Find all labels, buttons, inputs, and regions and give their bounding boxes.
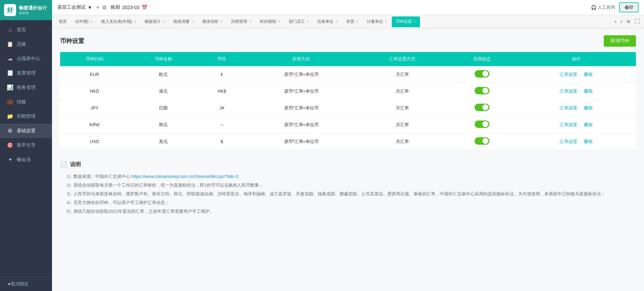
rate-setting-link[interactable]: 汇率设置 xyxy=(560,72,577,77)
sidebar-item-ledger[interactable]: 📋 总账 xyxy=(0,37,52,51)
tab-close-icon[interactable]: × xyxy=(91,20,93,23)
tab-close-icon[interactable]: × xyxy=(385,20,387,23)
tab-label: 往来单位 xyxy=(317,19,333,25)
enable-toggle[interactable] xyxy=(475,104,489,111)
tab-close-icon[interactable]: × xyxy=(249,20,251,23)
delete-link[interactable]: 删除 xyxy=(584,72,593,77)
currency-code: JPY xyxy=(60,100,129,116)
logo-text-block: 畅捷通好会计 旗舰版 xyxy=(19,5,47,15)
tab-expand-btn[interactable]: ⛶ xyxy=(633,18,641,26)
tab-[interactable]: 税表清册× xyxy=(169,16,198,27)
tab-close-icon[interactable]: × xyxy=(134,20,136,23)
tab-[interactable]: 期末结转× xyxy=(198,16,226,27)
tab-nav: ‹ › ✕ ⛶ xyxy=(613,18,641,26)
sidebar-item-settle[interactable]: 💼 结账 xyxy=(0,95,52,109)
user-role-btn[interactable]: 会计 xyxy=(619,2,639,12)
delete-link[interactable]: 删除 xyxy=(584,139,593,144)
sidebar: 好 畅捷通好会计 旗舰版 ⌂ 首页📋 总账☁ 云报表中心🧾 发票管理📊 税务管理… xyxy=(0,0,52,291)
delete-link[interactable]: 删除 xyxy=(584,89,593,94)
row-actions: 汇率设置 删除 xyxy=(516,133,636,150)
calendar-icon[interactable]: 📅 xyxy=(142,5,147,10)
tab-[interactable]: 计量单位× xyxy=(363,16,391,27)
tab-label: 收入支出表(年报) xyxy=(101,19,132,25)
new-currency-btn[interactable]: 新增币种 xyxy=(604,35,636,47)
tab-prev-btn[interactable]: ‹ xyxy=(613,18,618,26)
enable-toggle[interactable] xyxy=(475,137,489,145)
tab-[interactable]: 存货× xyxy=(342,16,362,27)
tab-close-icon[interactable]: × xyxy=(307,20,309,23)
tab-close-icon[interactable]: × xyxy=(220,20,222,23)
sidebar-label-reports: 云报表中心 xyxy=(17,56,40,62)
currency-name: 美元 xyxy=(129,133,198,150)
sidebar-label-ledger: 总账 xyxy=(17,41,26,47)
rate-setting-link[interactable]: 汇率设置 xyxy=(560,122,577,127)
notes-link[interactable]: https://www.chinamoney.com.cn/chinese/bk… xyxy=(131,174,238,179)
tab-close-icon[interactable]: × xyxy=(356,20,358,23)
sidebar-item-settings[interactable]: ⚙ 基础设置 xyxy=(0,124,52,138)
sidebar-item-home[interactable]: ⌂ 首页 xyxy=(0,23,52,37)
company-dropdown-icon[interactable]: ▼ xyxy=(88,5,92,10)
logo-icon: 好 xyxy=(4,4,16,16)
reports-icon: ☁ xyxy=(7,55,13,62)
page-content: 币种设置 新增币种 币种代码币种名称币符折算方式汇率设置方式启用状态操作 EUR… xyxy=(52,29,644,291)
currency-code: USD xyxy=(60,133,129,150)
tab-[interactable]: £(中期)× xyxy=(71,16,97,27)
rate-type: 月汇率 xyxy=(357,116,447,133)
sidebar-pin-toggle[interactable]: ◄取消固定 xyxy=(0,277,52,291)
settings-icon[interactable]: ⚙ xyxy=(102,4,107,11)
rate-setting-link[interactable]: 汇率设置 xyxy=(560,139,577,144)
tab-label: 存货 xyxy=(346,19,354,25)
notes-item-4: 4）无官方牌价的币种，可以用户手工维护汇率信息； xyxy=(60,198,636,207)
tab-[interactable]: 部门员工× xyxy=(285,16,313,27)
enable-toggle[interactable] xyxy=(475,87,489,94)
help-btn[interactable]: 🎧 人工咨询 xyxy=(591,4,615,10)
sidebar-item-guide[interactable]: 🎯 新手引导 xyxy=(0,138,52,152)
sidebar-item-invoice[interactable]: 🧾 发票管理 xyxy=(0,66,52,80)
delete-link[interactable]: 删除 xyxy=(584,122,593,127)
company-selector[interactable]: 基层工会测试 ▼ xyxy=(57,4,92,10)
enable-toggle[interactable] xyxy=(475,120,489,128)
sidebar-item-archive[interactable]: 📁 归档管理 xyxy=(0,109,52,124)
rate-setting-link[interactable]: 汇率设置 xyxy=(560,89,577,94)
tab-[interactable]: 模版设计× xyxy=(141,16,169,27)
tab-close-icon[interactable]: × xyxy=(278,20,280,23)
tab-[interactable]: 归档管理× xyxy=(227,16,255,27)
currency-symbol: HK$ xyxy=(198,83,246,100)
tab-[interactable]: 往来单位× xyxy=(313,16,341,27)
member-icon: ✦ xyxy=(7,156,13,163)
sidebar-item-reports[interactable]: ☁ 云报表中心 xyxy=(0,51,52,66)
tab-label: 期末结转 xyxy=(202,19,218,25)
tab-[interactable]: 收入支出表(年报)× xyxy=(97,16,140,27)
notes-item-2: 2）系统自动获取每月第一个工作日的汇率标价，统一为直接标价法，即1外币可以兑换的… xyxy=(60,181,636,190)
row-actions: 汇率设置 删除 xyxy=(516,66,636,83)
sidebar-item-tax[interactable]: 📊 税务管理 xyxy=(0,80,52,95)
sidebar-nav: ⌂ 首页📋 总账☁ 云报表中心🧾 发票管理📊 税务管理💼 结账📁 归档管理⚙ 基… xyxy=(0,20,52,277)
add-company-btn[interactable]: + xyxy=(96,4,99,10)
tab-[interactable]: 首页 xyxy=(55,16,71,27)
delete-link[interactable]: 删除 xyxy=(584,105,593,110)
currency-code: KRW xyxy=(60,116,129,133)
topbar-right: 🎧 人工咨询 会计 xyxy=(591,2,639,12)
tab-close-all-btn[interactable]: ✕ xyxy=(625,18,632,26)
col-header-币种名称: 币种名称 xyxy=(129,52,198,66)
enable-status xyxy=(447,100,517,116)
period-value: 2023-03 xyxy=(122,5,139,10)
tab-close-icon[interactable]: × xyxy=(192,20,194,23)
enable-toggle[interactable] xyxy=(475,70,489,78)
tab-close-icon[interactable]: × xyxy=(414,20,416,23)
table-row: HKD港元HK$原币*汇率=本位币月汇率汇率设置 删除 xyxy=(60,83,636,100)
tab-next-btn[interactable]: › xyxy=(619,18,624,26)
tab-close-icon[interactable]: × xyxy=(163,20,165,23)
sidebar-label-archive: 归档管理 xyxy=(17,113,36,119)
topbar-actions: + ⚙ xyxy=(96,4,107,11)
sidebar-item-member[interactable]: ✦ 畅会员 xyxy=(0,152,52,167)
tab-close-icon[interactable]: × xyxy=(335,20,337,23)
calc-method: 原币*汇率=本位币 xyxy=(246,116,357,133)
table-header-row: 币种代码币种名称币符折算方式汇率设置方式启用状态操作 xyxy=(60,52,636,66)
tab-[interactable]: 币种设置× xyxy=(392,16,420,27)
currency-symbol: $ xyxy=(198,133,246,150)
sidebar-label-member: 畅会员 xyxy=(17,157,31,163)
notes-icon: 📄 xyxy=(60,161,67,168)
rate-setting-link[interactable]: 汇率设置 xyxy=(560,105,577,110)
tab-[interactable]: 科目期初× xyxy=(256,16,284,27)
